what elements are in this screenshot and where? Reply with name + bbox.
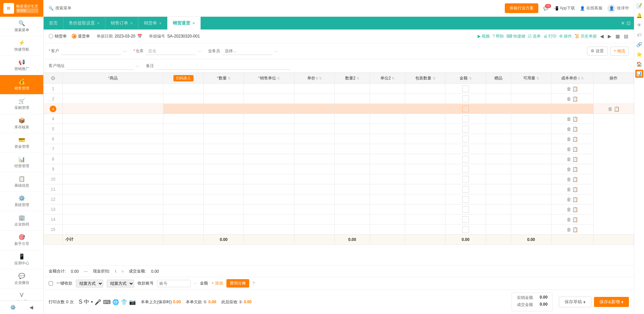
salesman-input[interactable] [222,47,272,55]
address-input[interactable] [67,62,134,70]
cost-cell-12[interactable] [511,194,551,204]
copy-btn-7[interactable]: 📋 [572,146,578,152]
packqty-cell-7[interactable] [370,144,405,154]
cost-cell-4[interactable] [511,114,551,124]
amount-cell-6[interactable] [405,134,445,144]
cost-cell-6[interactable] [511,134,551,144]
product-cell-2[interactable] [62,94,163,104]
copy-btn-12[interactable]: 📋 [572,197,578,202]
unit2-cell-8[interactable] [334,154,370,164]
amount-cell-14[interactable] [405,214,445,225]
tab-home[interactable]: 首页 [44,17,63,29]
sidebar-item-marketing[interactable]: 📢 营销推广 [0,56,43,75]
cost-cell-7[interactable] [511,144,551,154]
qty2-sort-icon[interactable]: ⇅ [357,76,359,80]
packqty-cell-9[interactable] [370,164,405,174]
tab-close-btn[interactable]: ✕ [621,20,625,26]
delete-btn-11[interactable]: 🗑 [567,187,571,192]
price-cell-2[interactable] [244,94,294,104]
copy-btn-13[interactable]: 📋 [572,207,578,212]
packqty-cell-15[interactable] [370,225,405,235]
gift-cell-10[interactable] [445,174,486,184]
price-cell-12[interactable] [244,194,294,204]
amount-cell-8[interactable] [405,154,445,164]
qty2-cell-15[interactable] [294,225,334,235]
warehouse-more-btn[interactable]: ··· [198,49,201,54]
copy-btn-9[interactable]: 📋 [572,167,578,172]
sidebar-collapse-btn[interactable]: ◀ [29,304,34,311]
address-more-btn[interactable]: ··· [136,64,139,68]
delete-btn-8[interactable]: 🗑 [567,156,571,162]
tab-sale-return[interactable]: 销货退货 ✕ [167,17,201,29]
copy-btn-4[interactable]: 📋 [572,116,578,122]
packqty-sort-icon[interactable]: ⇅ [433,76,435,80]
avail-cell-1[interactable] [486,84,511,94]
product-cell-9[interactable] [62,164,163,174]
sidebar-item-apps[interactable]: 📱 应用中心 [0,250,43,269]
right-icon-link[interactable]: 🔗 [635,41,643,49]
price-cell-1[interactable] [244,84,294,94]
right-icon-chart[interactable]: 📊 [635,70,643,78]
sidebar-item-sales[interactable]: 💰 销售管理 [0,75,43,95]
copy-btn-2[interactable]: 📋 [572,96,578,102]
packqty-cell-3[interactable] [370,104,405,114]
delete-btn-7[interactable]: 🗑 [567,146,571,152]
product-cell-1[interactable] [62,84,163,94]
gift-cell-3[interactable] [445,104,486,114]
delete-btn-2[interactable]: 🗑 [567,96,571,102]
delete-btn-1[interactable]: 🗑 [567,86,571,91]
qty2-cell-6[interactable] [294,134,334,144]
qty2-cell-10[interactable] [294,174,334,184]
sidebar-settings-btn[interactable]: ⚙️ [9,304,16,311]
copy-btn-6[interactable]: 📋 [572,136,578,142]
unit2-cell-10[interactable] [334,174,370,184]
amount-cell-1[interactable] [405,84,445,94]
cost-cell-1[interactable] [511,84,551,94]
setting-btn[interactable]: ⚙ 设置 [587,47,607,56]
qty-cell-8[interactable] [163,154,204,164]
qty2-cell-4[interactable] [294,114,334,124]
message-badge[interactable]: 💬 70 [543,6,548,11]
packqty-cell-6[interactable] [370,134,405,144]
amount-cell-4[interactable] [405,114,445,124]
tab-close-sale-order[interactable]: ✕ [130,21,133,25]
unit2-cell-9[interactable] [334,164,370,174]
qty-cell-6[interactable] [163,134,204,144]
copy-btn-10[interactable]: 📋 [572,177,578,182]
cost-cell-3[interactable] [511,104,593,114]
qty-cell-3[interactable] [163,104,204,114]
amount-sort-icon[interactable]: ⇅ [469,76,472,80]
qty2-cell-14[interactable] [294,214,334,225]
sidebar-item-enterprise[interactable]: 🏢 企业协同 [0,211,43,231]
tab-close-sale-price[interactable]: ✕ [97,21,100,25]
add-row-btn[interactable]: + [50,106,56,112]
price-cell-3[interactable] [244,104,294,114]
gift-cell-2[interactable] [445,94,486,104]
toolbar-grid1[interactable]: ▦ [615,33,621,40]
toolbar-video[interactable]: ▶ 视频 [478,34,490,39]
unit2-cell-13[interactable] [334,204,370,214]
avail-cell-7[interactable] [486,144,511,154]
copy-btn-11[interactable]: 📋 [572,187,578,192]
unit2-cell-3[interactable] [334,104,370,114]
amount-cell-15[interactable] [405,225,445,235]
delete-btn-12[interactable]: 🗑 [567,197,571,202]
price-cell-8[interactable] [244,154,294,164]
gift-cell-14[interactable] [445,214,486,225]
add-payment-btn[interactable]: + 添加 [211,280,223,286]
unit-cell-10[interactable] [204,174,244,184]
delete-btn-4[interactable]: 🗑 [567,116,571,122]
gift-cell-11[interactable] [445,184,486,194]
logistics-btn[interactable]: + 物流 [610,47,629,56]
gift-cell-1[interactable] [445,84,486,94]
amount-cell-5[interactable] [405,124,445,134]
gift-cell-12[interactable] [445,194,486,204]
toolbar-history[interactable]: 📜 历史单据 [575,34,597,39]
copy-btn-1[interactable]: 📋 [572,86,578,91]
cost-cell-15[interactable] [511,225,551,235]
avail-cell-6[interactable] [486,134,511,144]
packqty-cell-8[interactable] [370,154,405,164]
qty-cell-13[interactable] [163,204,204,214]
toolbar-grid2[interactable]: ▤ [623,33,629,40]
config-gear-icon[interactable]: ⚙ [51,75,55,81]
